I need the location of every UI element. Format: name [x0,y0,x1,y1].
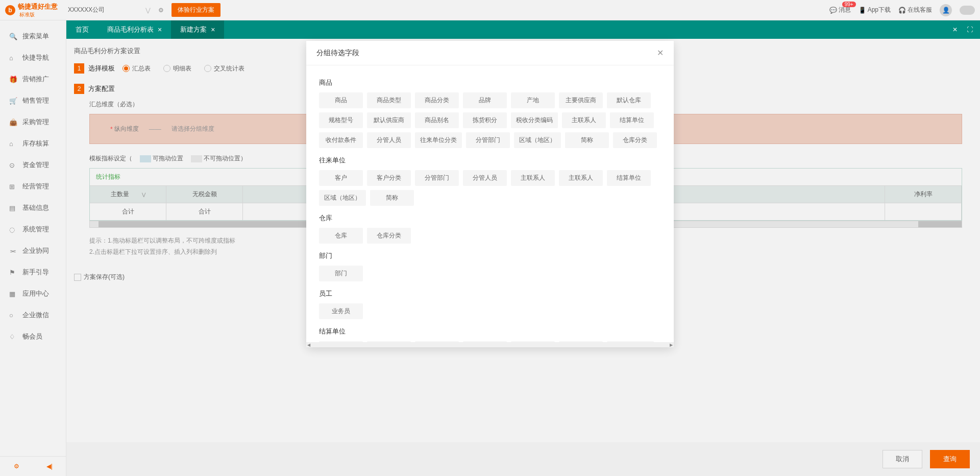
field-tag[interactable]: 主联系人 [511,170,555,186]
field-group-title: 商品 [319,78,661,87]
field-tag[interactable]: 部门 [319,266,363,281]
scroll-left-icon[interactable]: ◀ [306,343,311,347]
field-tag[interactable]: 主联系人 [559,170,603,186]
field-tag[interactable]: 业务员 [319,303,363,319]
modal-close-button[interactable]: ✕ [657,48,664,58]
field-tag[interactable]: 往来单位分类 [415,132,462,148]
field-group-title: 部门 [319,251,661,260]
field-tag[interactable]: 规格型号 [319,112,363,128]
modal-horizontal-scrollbar[interactable]: ◀ ▶ [306,342,674,347]
field-tag[interactable]: 收付款条件 [319,132,363,148]
modal-body: 商品商品商品类型商品分类品牌产地主要供应商默认仓库规格型号默认供应商商品别名拣货… [306,65,674,342]
field-tag[interactable]: 主要供应商 [559,92,603,108]
field-tag[interactable]: 商品分类 [415,92,459,108]
field-group-2: 仓库仓库仓库分类 [319,213,661,244]
field-tag[interactable]: 分管部门 [466,132,510,148]
field-tag[interactable]: 简称 [370,190,414,206]
field-tag[interactable]: 结算单位 [607,170,651,186]
field-tag[interactable]: 商品 [319,92,363,108]
field-tag[interactable]: 分管人员 [367,132,411,148]
field-group-title: 仓库 [319,213,661,223]
field-group-title: 往来单位 [319,156,661,165]
field-group-0: 商品商品商品类型商品分类品牌产地主要供应商默认仓库规格型号默认供应商商品别名拣货… [319,78,661,148]
field-tag[interactable]: 商品别名 [415,112,459,128]
field-tag[interactable]: 品牌 [463,92,507,108]
field-tag[interactable]: 仓库 [319,228,363,244]
modal-title: 分组待选字段 [316,49,359,58]
field-tag[interactable]: 区域（地区） [319,190,366,206]
field-tag[interactable]: 税收分类编码 [511,112,558,128]
field-tag[interactable]: 主联系人 [562,112,606,128]
field-tag[interactable]: 客户 [319,170,363,186]
field-tag[interactable]: 商品类型 [367,92,411,108]
scroll-right-icon[interactable]: ▶ [669,343,674,347]
field-group-title: 员工 [319,289,661,298]
field-tag[interactable]: 产地 [511,92,555,108]
modal-header: 分组待选字段 ✕ [306,41,674,65]
field-tag[interactable]: 默认仓库 [607,92,651,108]
field-group-4: 员工业务员 [319,289,661,319]
field-group-5: 结算单位结算客户主联系人结算单位收付款条件分管人员分管部门区域（地区）简称 [319,327,661,342]
field-tag[interactable]: 简称 [565,132,609,148]
field-tag[interactable]: 默认供应商 [367,112,411,128]
field-group-title: 结算单位 [319,327,661,336]
field-group-3: 部门部门 [319,251,661,281]
field-group-1: 往来单位客户客户分类分管部门分管人员主联系人主联系人结算单位区域（地区）简称 [319,156,661,206]
field-tag[interactable]: 分管人员 [463,170,507,186]
field-tag[interactable]: 仓库分类 [367,228,411,244]
field-selector-modal: 分组待选字段 ✕ 商品商品商品类型商品分类品牌产地主要供应商默认仓库规格型号默认… [306,41,674,347]
field-tag[interactable]: 区域（地区） [514,132,561,148]
field-tag[interactable]: 分管部门 [415,170,459,186]
field-tag[interactable]: 客户分类 [367,170,411,186]
field-tag[interactable]: 结算单位 [610,112,654,128]
field-tag[interactable]: 仓库分类 [613,132,657,148]
field-tag[interactable]: 拣货积分 [463,112,507,128]
